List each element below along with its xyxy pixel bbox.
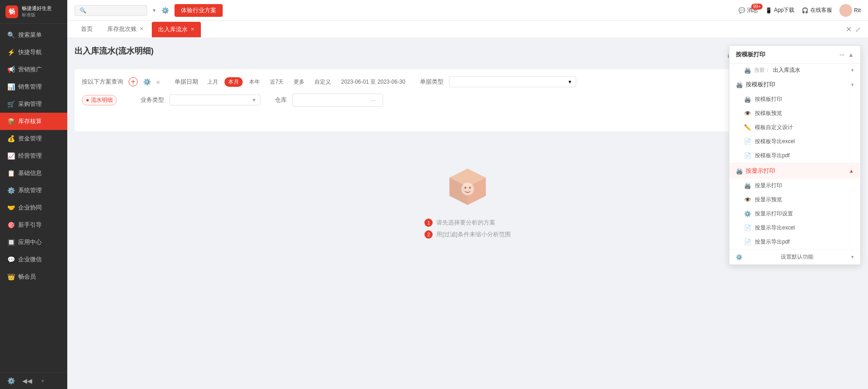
business-type-label: 业务类型: [140, 96, 164, 104]
header-message-btn[interactable]: 💬 消息 99+: [738, 6, 758, 14]
sidebar-item-label: 销售管理: [18, 83, 42, 91]
bill-type-select[interactable]: ▾: [449, 76, 576, 87]
display-excel-icon: 📄: [744, 224, 751, 231]
tab-bar: 首页 库存批次账 ✕ 出入库流水 ✕ ✕ ⤢: [67, 21, 868, 38]
sidebar-item-wechat[interactable]: 💬 企业微信: [0, 251, 67, 268]
business-type-arrow: ▾: [253, 97, 255, 103]
app-logo-icon: 畅: [5, 5, 18, 18]
template-print-icon: 🖨️: [736, 81, 743, 88]
tab-close-all-btn[interactable]: ✕: [846, 25, 852, 34]
date-last7[interactable]: 近7天: [266, 77, 288, 87]
headphone-icon: 🎧: [802, 7, 808, 14]
header-gear-btn[interactable]: ⚙️: [161, 7, 169, 14]
display-preview-item[interactable]: 👁️ 按显示预览: [729, 193, 860, 207]
template-print-chevron: ▾: [851, 82, 854, 88]
tab-batch-close[interactable]: ✕: [140, 26, 144, 32]
set-default-section[interactable]: ⚙️ 设置默认功能 ▾: [729, 249, 860, 264]
sidebar-item-label: 应用中心: [18, 238, 42, 246]
display-pdf-item[interactable]: 📄 按显示导出pdf: [729, 235, 860, 249]
sidebar-item-member[interactable]: 👑 畅会员: [0, 268, 67, 285]
display-print-section: 🖨️ 按显示打印 ▲ 🖨️ 按显示打印 👁️ 按显示预览 ⚙️ 按显示打印设置 …: [729, 163, 860, 249]
sidebar-item-quicknav[interactable]: ⚡ 快捷导航: [0, 44, 67, 61]
tab-batch[interactable]: 库存批次账 ✕: [101, 21, 150, 38]
date-custom[interactable]: 自定义: [311, 77, 334, 87]
empty-step-1: 1 请先选择要分析的方案: [424, 217, 510, 229]
business-type-select[interactable]: ▾: [170, 95, 260, 105]
print-dropdown-header: 按模板打印 ··· ▲: [729, 46, 860, 64]
template-preview-icon: 👁️: [744, 110, 751, 117]
sidebar-item-label: 采购管理: [18, 100, 42, 108]
svg-point-5: [464, 187, 466, 189]
sidebar-item-label: 基础信息: [18, 169, 42, 177]
print-current-icon: 🖨️: [744, 67, 751, 74]
sidebar-item-appcenter[interactable]: 🔲 应用中心: [0, 234, 67, 251]
header-search[interactable]: 🔍: [75, 5, 147, 16]
display-print-item[interactable]: 🖨️ 按显示打印: [729, 179, 860, 193]
header-dropdown-arrow[interactable]: ▾: [153, 7, 156, 14]
date-this-year[interactable]: 本年: [245, 77, 264, 87]
print-dropdown-collapse[interactable]: ▲: [848, 51, 854, 58]
display-print-set-item[interactable]: ⚙️ 按显示打印设置: [729, 207, 860, 221]
date-label: 单据日期: [175, 78, 198, 86]
step-num-1: 1: [424, 219, 433, 227]
print-current-value: 出入库流水: [773, 66, 848, 74]
search-icon: 🔍: [7, 31, 15, 39]
user-profile-btn[interactable]: Rit: [839, 4, 861, 17]
settings-icon[interactable]: ⚙️: [7, 377, 15, 384]
date-last-month[interactable]: 上月: [204, 77, 222, 87]
sidebar-item-inventory[interactable]: 📦 库存核算: [0, 113, 67, 130]
template-print-item[interactable]: 🖨️ 按模板打印: [729, 92, 860, 106]
display-print-header[interactable]: 🖨️ 按显示打印 ▲: [729, 163, 860, 179]
filter-add-btn[interactable]: +: [129, 77, 138, 86]
empty-illustration: [440, 164, 495, 209]
sidebar-item-guide[interactable]: 🎯 新手引导: [0, 216, 67, 234]
tab-home[interactable]: 首页: [75, 21, 99, 38]
sidebar-item-label: 营销推广: [18, 65, 42, 74]
sidebar-item-purchase[interactable]: 🛒 采购管理: [0, 95, 67, 113]
template-pdf-item[interactable]: 📄 按模板导出pdf: [729, 149, 860, 163]
collapse-sidebar-icon[interactable]: ◀◀: [22, 377, 32, 384]
filter-collapse-icon[interactable]: «: [156, 78, 160, 85]
sidebar-item-finance[interactable]: 💰 资金管理: [0, 130, 67, 147]
tab-flow-close[interactable]: ✕: [190, 26, 195, 32]
template-print-label: 按模板打印: [746, 80, 775, 89]
display-excel-item[interactable]: 📄 按显示导出excel: [729, 221, 860, 235]
date-more[interactable]: 更多: [290, 77, 308, 87]
sidebar-item-collab[interactable]: 🤝 企业协同: [0, 199, 67, 216]
print-dropdown-more[interactable]: ···: [839, 51, 844, 58]
empty-step-2: 2 用[过滤]条件来缩小分析范围: [424, 229, 510, 240]
filter-settings-icon[interactable]: ⚙️: [143, 78, 151, 85]
display-print-chevron: ▲: [849, 168, 854, 174]
tab-expand-btn[interactable]: ⤢: [855, 26, 861, 33]
header-online-service[interactable]: 🎧 在线客服: [802, 6, 832, 14]
sidebar-item-label: 经营管理: [18, 152, 42, 160]
warehouse-more-btn[interactable]: ···: [368, 96, 378, 105]
template-design-item[interactable]: ✏️ 模板自定义设计: [729, 120, 860, 135]
sidebar-scroll-down[interactable]: ▼: [40, 378, 46, 384]
top-header: 🔍 ▾ ⚙️ 体验行业方案 💬 消息 99+ 📱 App下载 🎧 在线客服 Ri…: [67, 0, 868, 21]
guide-icon: 🎯: [7, 221, 15, 229]
message-icon: 💬: [738, 7, 745, 14]
warehouse-select[interactable]: ···: [292, 94, 383, 107]
header-app-download[interactable]: 📱 App下载: [765, 6, 794, 14]
sidebar-item-search[interactable]: 🔍 搜索菜单: [0, 26, 67, 44]
print-current-arrow[interactable]: ▾: [851, 67, 854, 73]
bill-type-label: 单据类型: [420, 78, 444, 86]
sidebar-item-sales[interactable]: 📊 销售管理: [0, 78, 67, 95]
tab-flow[interactable]: 出入库流水 ✕: [152, 22, 201, 37]
date-this-month[interactable]: 本月: [224, 77, 243, 87]
template-print-header[interactable]: 🖨️ 按模板打印 ▾: [729, 77, 860, 92]
sidebar-item-marketing[interactable]: 📢 营销推广: [0, 61, 67, 78]
sidebar-item-operation[interactable]: 📈 经营管理: [0, 147, 67, 165]
wechat-icon: 💬: [7, 256, 15, 263]
sidebar-item-basic[interactable]: 📋 基础信息: [0, 165, 67, 182]
set-default-label: 设置默认功能: [781, 253, 813, 261]
template-excel-item[interactable]: 📄 按模板导出excel: [729, 135, 860, 149]
display-pdf-icon: 📄: [744, 239, 751, 245]
industry-solution-button[interactable]: 体验行业方案: [175, 4, 223, 17]
template-preview-item[interactable]: 👁️ 按模板预览: [729, 106, 860, 120]
svg-point-4: [461, 183, 474, 195]
sidebar-item-system[interactable]: ⚙️ 系统管理: [0, 182, 67, 199]
collab-icon: 🤝: [7, 204, 15, 211]
sidebar-item-label: 快捷导航: [18, 48, 42, 56]
